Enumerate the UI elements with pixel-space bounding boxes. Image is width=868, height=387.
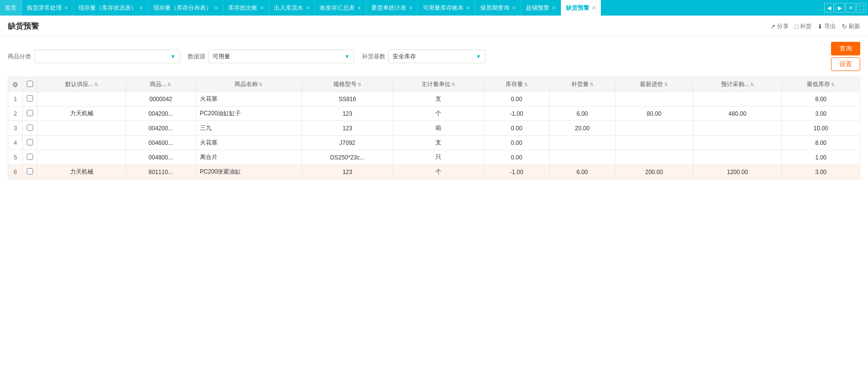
row-est-purchase <box>693 92 782 106</box>
datasource-select[interactable]: 可用量 ▼ <box>208 50 354 63</box>
tab-inout-flow[interactable]: 出入库流水 ✕ <box>269 0 315 16</box>
category-select[interactable]: ▼ <box>34 50 180 63</box>
th-latest-price-sort[interactable]: 最新进价 ⇅ <box>640 80 668 88</box>
row-supplier <box>37 92 126 106</box>
th-product-code-sort[interactable]: 商品... ⇅ <box>150 80 171 88</box>
row-select-checkbox[interactable] <box>27 110 33 116</box>
tab-expand-button[interactable]: ⛶ <box>856 3 866 13</box>
row-replenish <box>549 150 615 165</box>
header-actions: ↗ 分享 □ 补货 ⬇ 导出 ↻ 刷新 <box>770 22 860 31</box>
row-number: 1 <box>8 92 23 106</box>
select-all-checkbox[interactable] <box>27 81 33 87</box>
tab-bar: 首页 炼货异常处理 ✕ 现存量（库存状况表） ✕ 现存量（库存分布表） ✕ 库存… <box>0 0 868 16</box>
tab-prev-button[interactable]: ◀ <box>824 3 834 13</box>
th-supplier[interactable]: 默认供应... ⇅ <box>37 77 126 92</box>
row-select-checkbox[interactable] <box>27 139 33 145</box>
tab-purchase-stat[interactable]: 要货单统计表 ✕ <box>366 0 418 16</box>
tab-batch-account[interactable]: 库存批次账 ✕ <box>223 0 269 16</box>
share-button[interactable]: ↗ 分享 <box>770 22 789 31</box>
unit-sort-icon: ⇅ <box>452 82 455 87</box>
tab-collect-summary-close[interactable]: ✕ <box>357 5 361 11</box>
tab-overstock-close[interactable]: ✕ <box>552 5 556 11</box>
tab-purchase-stat-close[interactable]: ✕ <box>409 5 413 11</box>
row-number: 2 <box>8 106 23 121</box>
filter-area: 商品分类 ▼ 数据源 可用量 ▼ 补货基数 安全库存 ▼ 查询 设置 <box>0 36 868 77</box>
row-checkbox[interactable] <box>23 106 37 121</box>
row-est-purchase: 1200.00 <box>693 165 782 179</box>
th-stock-sort[interactable]: 库存量 ⇅ <box>506 80 528 88</box>
row-est-purchase <box>693 121 782 136</box>
refresh-icon: ↻ <box>842 23 847 30</box>
tab-batch-account-close[interactable]: ✕ <box>260 5 264 11</box>
th-spec[interactable]: 规格型号 ⇅ <box>302 77 393 92</box>
export-button[interactable]: ⬇ 导出 <box>817 22 836 31</box>
row-select-checkbox[interactable] <box>27 154 33 160</box>
settings-button[interactable]: 设置 <box>831 57 860 71</box>
th-supplier-sort[interactable]: 默认供应... ⇅ <box>65 80 98 88</box>
th-replenish[interactable]: 补货量 ⇅ <box>549 77 615 92</box>
tab-close-all-button[interactable]: ✕ <box>846 3 855 13</box>
th-product-name[interactable]: 商品名称 ⇅ <box>196 77 302 92</box>
row-min-stock: 8.00 <box>782 92 860 106</box>
export-icon: ⬇ <box>817 23 823 30</box>
tab-next-button[interactable]: ▶ <box>835 3 845 13</box>
stock-sort-icon: ⇅ <box>524 82 528 87</box>
tab-overstock[interactable]: 超储预警 ✕ <box>521 0 561 16</box>
row-spec: 123 <box>302 121 393 136</box>
tab-inout-flow-close[interactable]: ✕ <box>306 5 309 11</box>
th-unit-sort[interactable]: 主计量单位 ⇅ <box>421 80 455 88</box>
query-button[interactable]: 查询 <box>831 42 860 55</box>
replenish-base-dropdown-icon: ▼ <box>476 53 481 59</box>
th-settings[interactable]: ⚙ <box>8 77 23 92</box>
row-spec: 123 <box>302 106 393 121</box>
replenish-button[interactable]: □ 补货 <box>795 22 812 31</box>
row-number: 6 <box>8 165 23 179</box>
row-checkbox[interactable] <box>23 150 37 165</box>
row-spec: SS816 <box>302 92 393 106</box>
th-est-purchase[interactable]: 预计采购... ⇅ <box>693 77 782 92</box>
row-checkbox[interactable] <box>23 136 37 150</box>
tab-inventory-status[interactable]: 现存量（库存状况表） ✕ <box>73 0 148 16</box>
th-min-stock-sort[interactable]: 最低库存 ⇅ <box>807 80 835 88</box>
product-name-sort-icon: ⇅ <box>259 82 263 87</box>
column-settings-button[interactable]: ⚙ <box>12 81 18 88</box>
tab-expiry-query[interactable]: 保质期查询 ✕ <box>475 0 521 16</box>
tab-inventory-status-close[interactable]: ✕ <box>139 5 143 11</box>
th-stock[interactable]: 库存量 ⇅ <box>484 77 549 92</box>
th-product-name-sort[interactable]: 商品名称 ⇅ <box>235 80 263 88</box>
tab-shortage[interactable]: 缺货预警 ✕ <box>561 0 601 16</box>
tab-inventory-dist[interactable]: 现存量（库存分布表） ✕ <box>148 0 223 16</box>
page-title: 缺货预警 <box>8 21 770 32</box>
row-select-checkbox[interactable] <box>27 124 33 131</box>
th-latest-price[interactable]: 最新进价 ⇅ <box>615 77 693 92</box>
spec-sort-icon: ⇅ <box>358 82 362 87</box>
replenish-base-select[interactable]: 安全库存 ▼ <box>388 50 486 63</box>
tab-available-account-close[interactable]: ✕ <box>466 5 470 11</box>
th-est-purchase-sort[interactable]: 预计采购... ⇅ <box>721 80 754 88</box>
tab-shortage-close[interactable]: ✕ <box>592 5 596 11</box>
row-checkbox[interactable] <box>23 121 37 136</box>
row-select-checkbox[interactable] <box>27 95 33 102</box>
tab-inventory-dist-close[interactable]: ✕ <box>214 5 218 11</box>
th-min-stock[interactable]: 最低库存 ⇅ <box>782 77 860 92</box>
category-dropdown-icon: ▼ <box>170 53 176 59</box>
tab-collect-summary[interactable]: 收发存汇总表 ✕ <box>315 0 366 16</box>
th-unit[interactable]: 主计量单位 ⇅ <box>393 77 484 92</box>
th-checkbox[interactable] <box>23 77 37 92</box>
row-checkbox[interactable] <box>23 165 37 179</box>
row-checkbox[interactable] <box>23 92 37 106</box>
table-header-row: ⚙ 默认供应... ⇅ 商品... ⇅ <box>8 77 860 92</box>
row-product-code: 004600... <box>126 136 196 150</box>
tab-expiry-query-close[interactable]: ✕ <box>512 5 516 11</box>
row-latest-price <box>615 121 693 136</box>
refresh-button[interactable]: ↻ 刷新 <box>842 22 860 31</box>
th-spec-sort[interactable]: 规格型号 ⇅ <box>333 80 362 88</box>
row-replenish: 20.00 <box>549 121 615 136</box>
th-replenish-sort[interactable]: 补货量 ⇅ <box>571 80 594 88</box>
tab-exception-close[interactable]: ✕ <box>64 5 68 11</box>
row-select-checkbox[interactable] <box>27 168 33 175</box>
tab-home[interactable]: 首页 <box>0 0 22 16</box>
th-product-code[interactable]: 商品... ⇅ <box>126 77 196 92</box>
tab-exception[interactable]: 炼货异常处理 ✕ <box>22 0 73 16</box>
tab-available-account[interactable]: 可用量库存账本 ✕ <box>418 0 475 16</box>
